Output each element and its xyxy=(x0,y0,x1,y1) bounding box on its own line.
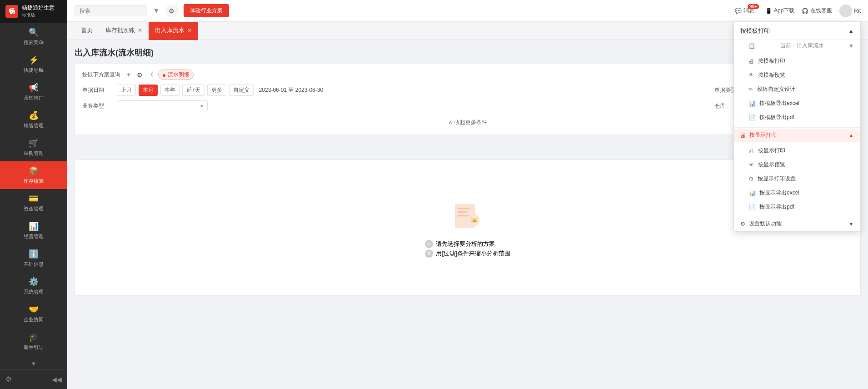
template-print-section: 🖨 按模板打印 👁 按模板预览 ✏ 模板自定义设计 📊 按模板导出excel 📄… xyxy=(734,52,860,126)
tab-batch-close[interactable]: ✕ xyxy=(138,27,142,34)
dropdown-footer[interactable]: ⚙ 设置默认功能 ▼ xyxy=(734,216,860,231)
excel-icon: 📊 xyxy=(748,100,756,107)
tab-flow[interactable]: 出入库流水 ✕ xyxy=(149,22,198,40)
display-print-item-settings[interactable]: ⚙ 按显示打印设置 xyxy=(734,172,860,186)
filter-business-type-wrap xyxy=(117,100,208,111)
sales-icon: 💰 xyxy=(29,110,39,120)
filter-tag-icon: ● xyxy=(162,71,166,79)
sidebar-item-search[interactable]: 🔍 搜索菜单 xyxy=(0,23,67,50)
sidebar-settings-icon[interactable]: ⚙ xyxy=(5,375,12,384)
sidebar: 畅 畅捷通好生意 标准版 🔍 搜索菜单 ⚡ 快捷导航 📢 营销推广 💰 销售管理… xyxy=(0,0,67,389)
user-avatar-area[interactable]: Rit xyxy=(839,5,861,17)
user-name: Rit xyxy=(854,8,861,14)
sidebar-item-sales[interactable]: 💰 销售管理 xyxy=(0,106,67,134)
sidebar-item-purchase[interactable]: 🛒 采购管理 xyxy=(0,134,67,161)
sidebar-item-appstore[interactable]: 🏪 应用中心 xyxy=(0,355,67,359)
template-print-item-excel[interactable]: 📊 按模板导出excel xyxy=(734,96,860,110)
template-print-item-design[interactable]: ✏ 模板自定义设计 xyxy=(734,82,860,96)
sidebar-item-marketing[interactable]: 📢 营销推广 xyxy=(0,78,67,106)
tip-num-1: ① xyxy=(425,240,433,248)
industry-button[interactable]: 体验行业方案 xyxy=(184,4,229,17)
app-download-button[interactable]: 📱 App下载 xyxy=(765,7,794,15)
display-print-item-excel[interactable]: 📊 按显示导出excel xyxy=(734,186,860,200)
filter-date-group: 上月 本月 本年 近7天 更多 自定义 2023-06-01 至 2023-06… xyxy=(117,85,323,96)
sidebar-item-system[interactable]: ⚙️ 系统管理 xyxy=(0,272,67,300)
sidebar-item-operations[interactable]: 📊 经营管理 xyxy=(0,217,67,244)
svg-text:😺: 😺 xyxy=(470,216,479,224)
empty-tips: ① 请先选择要分析的方案 ② 用[过滤]条件来缩小分析范围 xyxy=(425,239,510,259)
date-btn-this-year[interactable]: 本年 xyxy=(160,85,180,96)
default-settings-label: 设置默认功能 xyxy=(749,220,782,228)
date-btn-this-month[interactable]: 本月 xyxy=(139,85,158,96)
date-btn-last-month[interactable]: 上月 xyxy=(117,85,136,96)
inventory-icon: 📦 xyxy=(29,166,39,176)
dropdown-title: 按模板打印 xyxy=(740,27,770,35)
message-button[interactable]: 💬 消息 99+ xyxy=(735,7,754,15)
display-preview-label: 按显示预览 xyxy=(758,161,785,169)
display-preview-icon: 👁 xyxy=(748,161,754,168)
search-input[interactable] xyxy=(75,5,147,16)
sidebar-item-finance[interactable]: 💳 资金管理 xyxy=(0,189,67,217)
sidebar-footer: ⚙ ◀◀ xyxy=(0,369,67,389)
sidebar-scroll-down[interactable]: ▼ xyxy=(0,359,67,369)
tab-flow-close[interactable]: ✕ xyxy=(187,27,192,34)
avatar xyxy=(839,5,852,17)
tip-text-2: 用[过滤]条件来缩小分析范围 xyxy=(436,249,510,258)
date-range-display: 2023-06-01 至 2023-06-30 xyxy=(259,86,323,94)
filter-add-icon[interactable]: ＋ xyxy=(125,70,132,80)
display-print-chevron-icon: ▲ xyxy=(848,132,854,139)
tab-home-label: 首页 xyxy=(81,26,93,35)
display-print-label: 按显示打印 xyxy=(758,147,785,155)
template-print-item-preview[interactable]: 👁 按模板预览 xyxy=(734,68,860,82)
topbar-dropdown-icon[interactable]: ▼ xyxy=(153,7,160,15)
topbar: ▼ ⚙ 体验行业方案 💬 消息 99+ 📱 App下载 🎧 在线客服 Rit xyxy=(67,0,868,22)
tab-home[interactable]: 首页 xyxy=(75,22,99,40)
filter-business-type-select[interactable] xyxy=(117,100,208,111)
print-dropdown-panel: 按模板打印 ▲ 📋 当前：出入库流水 ▼ 🖨 按模板打印 👁 按模板预览 ✏ 模… xyxy=(733,22,861,232)
sidebar-item-guide[interactable]: 🎓 新手引导 xyxy=(0,328,67,355)
sidebar-item-inventory[interactable]: 📦 库存核算 xyxy=(0,161,67,189)
date-btn-more[interactable]: 更多 xyxy=(207,85,226,96)
sidebar-collapse-icon[interactable]: ◀◀ xyxy=(52,376,62,383)
filter-tag-label: 流水明细 xyxy=(168,71,190,79)
sidebar-nav: 🔍 搜索菜单 ⚡ 快捷导航 📢 营销推广 💰 销售管理 🛒 采购管理 📦 库存核… xyxy=(0,23,67,359)
marketing-icon: 📢 xyxy=(29,83,39,93)
display-print-item-pdf[interactable]: 📄 按显示导出pdf xyxy=(734,200,860,214)
display-excel-label: 按显示导出excel xyxy=(759,189,799,197)
filter-collapse-icon[interactable]: 《 xyxy=(147,71,154,79)
main-content: ▼ ⚙ 体验行业方案 💬 消息 99+ 📱 App下载 🎧 在线客服 Rit xyxy=(67,0,868,389)
topbar-gear-icon[interactable]: ⚙ xyxy=(165,5,178,17)
sidebar-item-basics[interactable]: ℹ️ 基础信息 xyxy=(0,244,67,272)
logo-icon: 畅 xyxy=(5,5,18,18)
sidebar-item-corp[interactable]: 🤝 企业协同 xyxy=(0,300,67,328)
date-btn-7days[interactable]: 近7天 xyxy=(182,85,205,96)
filter-settings-icon[interactable]: ⚙ xyxy=(137,71,143,79)
app-download-label: App下载 xyxy=(774,7,794,15)
message-badge: 99+ xyxy=(748,4,759,9)
tab-batch[interactable]: 库存批次账 ✕ xyxy=(99,22,149,40)
date-btn-custom[interactable]: 自定义 xyxy=(229,85,254,96)
filter-business-type-label: 业务类型 xyxy=(82,102,110,110)
online-service-label: 在线客服 xyxy=(810,7,832,15)
dropdown-divider xyxy=(734,127,860,128)
dropdown-current-section: 📋 当前：出入库流水 ▼ xyxy=(734,40,860,52)
tip-num-2: ② xyxy=(425,249,433,258)
online-service-button[interactable]: 🎧 在线客服 xyxy=(802,7,832,15)
svg-rect-1 xyxy=(458,208,470,209)
template-pdf-label: 按模板导出pdf xyxy=(759,114,794,121)
display-print-item-print[interactable]: 🖨 按显示打印 xyxy=(734,144,860,158)
app-name: 畅捷通好生意 xyxy=(22,5,55,12)
dropdown-current-label: 当前：出入库流水 xyxy=(780,42,824,50)
pdf-icon: 📄 xyxy=(748,114,756,121)
template-print-item-pdf[interactable]: 📄 按模板导出pdf xyxy=(734,110,860,125)
purchase-icon: 🛒 xyxy=(29,138,39,148)
template-print-item-print[interactable]: 🖨 按模板打印 xyxy=(734,54,860,68)
display-print-item-preview[interactable]: 👁 按显示预览 xyxy=(734,158,860,172)
filter-tag-active[interactable]: ● 流水明细 xyxy=(158,70,194,80)
system-icon: ⚙️ xyxy=(29,277,39,287)
display-printer-icon: 🖨 xyxy=(748,147,754,154)
sidebar-item-quicknav[interactable]: ⚡ 快捷导航 xyxy=(0,50,67,78)
display-print-section-header[interactable]: 🖨 按显示打印 ▲ xyxy=(734,129,860,142)
sidebar-label-inventory: 库存核算 xyxy=(24,178,44,185)
search-icon: 🔍 xyxy=(29,27,39,37)
